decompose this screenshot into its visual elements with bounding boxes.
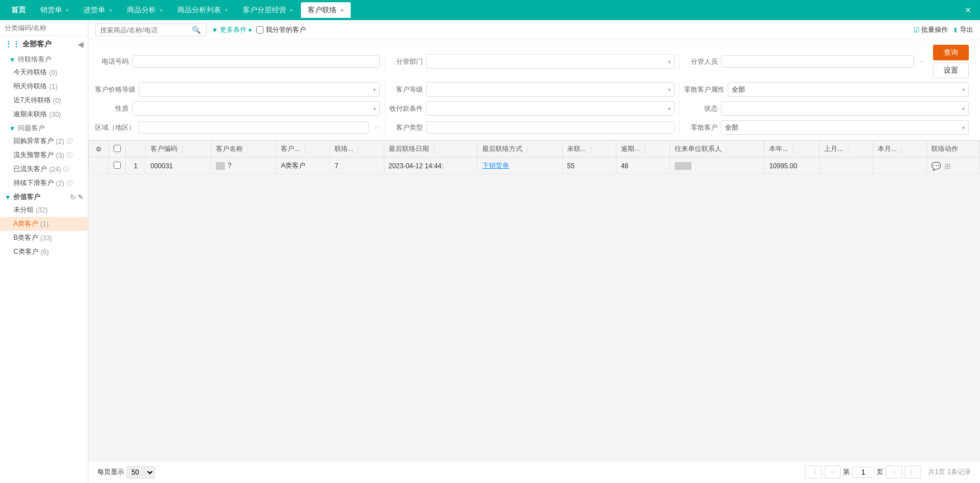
th-this-month[interactable]: 本月... ⋮	[873, 141, 927, 158]
filter-input-manager[interactable]	[721, 55, 914, 68]
sidebar-item-declining[interactable]: 持续下滑客户 (2) ⓘ	[0, 176, 88, 190]
sidebar-all-customers[interactable]: ⋮⋮ 全部客户 ◀	[0, 36, 88, 53]
region-dots-btn[interactable]: ···	[374, 124, 380, 131]
sidebar-search-input[interactable]	[4, 24, 88, 32]
page-size-select[interactable]: 50 100 200	[126, 466, 155, 479]
filter-select-payment[interactable]: ▾	[426, 101, 674, 116]
filter-row-1: 电话号码 分管部门 ▾ 分管人员 ··· 查询 设置	[95, 45, 973, 78]
nav-tab-customer-layer[interactable]: 客户分层经营 ×	[236, 2, 300, 18]
th-code-resize[interactable]: ⋮	[179, 145, 186, 153]
my-customers-checkbox-wrap[interactable]: 我分管的客户	[256, 25, 306, 35]
td-last-method[interactable]: 下销货单	[478, 158, 563, 174]
th-unit-contact-resize[interactable]: ⋮	[723, 145, 730, 153]
filter-input-phone[interactable]	[132, 55, 380, 68]
filter-select-customer-level[interactable]: ▾	[426, 82, 674, 97]
nav-tab-sales-close[interactable]: ×	[65, 7, 69, 13]
sidebar-item-churned[interactable]: 已流失客户 (24) ⓘ	[0, 162, 88, 176]
last-page-btn[interactable]: 》	[904, 466, 921, 479]
filter-select-status[interactable]: ▾	[721, 101, 969, 116]
sidebar-item-today-pending[interactable]: 今天待联络 (0)	[0, 65, 88, 79]
filter-input-customer-type[interactable]	[426, 121, 674, 134]
manager-dots-btn[interactable]: ···	[920, 58, 925, 65]
nav-tab-analysis-close[interactable]: ×	[159, 7, 163, 13]
th-check[interactable]	[109, 141, 126, 158]
total-info: 共1页 1条记录	[928, 467, 971, 477]
row-checkbox[interactable]	[114, 162, 121, 169]
page-input[interactable]	[852, 467, 874, 478]
th-this-year[interactable]: 本年... ⋮	[765, 141, 819, 158]
th-no-contact[interactable]: 未联... ⋮	[562, 141, 616, 158]
search-btn[interactable]: 查询	[933, 45, 969, 60]
nav-tab-customer-contact[interactable]: 客户联络 ×	[301, 2, 350, 18]
prev-page-btn[interactable]: ＜	[824, 466, 841, 479]
nav-tab-customer-contact-close[interactable]: ×	[340, 7, 343, 13]
next-page-btn[interactable]: ＞	[885, 466, 902, 479]
td-name[interactable]: ?	[211, 158, 276, 174]
first-page-btn[interactable]: 《	[805, 466, 822, 479]
filter-select-retail-attr[interactable]: 全部 ▾	[728, 82, 969, 97]
filter-more-btn[interactable]: ▼ 更多条件 ▾	[211, 25, 252, 35]
sidebar-item-b-class[interactable]: B类客户 (33)	[0, 231, 88, 245]
filter-search-input[interactable]	[100, 26, 190, 34]
td-code[interactable]: 000031	[146, 158, 211, 174]
sidebar-item-repurchase-abnormal[interactable]: 回购异常客户 (2) ⓘ	[0, 134, 88, 148]
nav-tab-analysis[interactable]: 商品分析 ×	[120, 2, 169, 18]
th-last-date-resize[interactable]: ⋮	[431, 145, 437, 153]
th-last-month[interactable]: 上月... ⋮	[819, 141, 873, 158]
th-unit-contact[interactable]: 往来单位联系人 ⋮	[670, 141, 765, 158]
qr-icon[interactable]: ⊞	[944, 162, 951, 171]
select-all-checkbox[interactable]	[114, 145, 121, 152]
th-last-month-resize[interactable]: ⋮	[845, 145, 851, 153]
filter-select-nature[interactable]: ▾	[132, 101, 380, 116]
nav-tab-sales[interactable]: 销货单 ×	[34, 2, 76, 18]
th-settings[interactable]: ⚙	[89, 141, 109, 158]
sidebar-item-tomorrow-pending[interactable]: 明天待联络 (1)	[0, 79, 88, 93]
th-contact-resize[interactable]: ⋮	[355, 145, 362, 153]
chat-icon[interactable]: 💬	[931, 162, 941, 171]
filter-select-retail[interactable]: 全部 ▾	[721, 120, 969, 135]
sidebar-item-overdue-contact[interactable]: 逾期未联络 (30)	[0, 107, 88, 121]
td-check[interactable]	[109, 158, 126, 174]
filter-select-dept[interactable]: ▾	[426, 54, 674, 69]
close-all-tabs[interactable]: ×	[960, 4, 976, 16]
value-group-refresh-icon[interactable]: ↻	[70, 193, 76, 201]
nav-tab-home[interactable]: 首页	[4, 2, 32, 18]
th-name[interactable]: 客户名称 ⋮	[211, 141, 276, 158]
th-this-year-resize[interactable]: ⋮	[790, 145, 797, 153]
export-btn[interactable]: ⬆ 导出	[953, 25, 973, 35]
filter-select-price-level[interactable]: ▾	[139, 82, 380, 97]
th-name-resize[interactable]: ⋮	[244, 145, 251, 153]
sidebar-item-7days-pending[interactable]: 近7天待联络 (0)	[0, 93, 88, 107]
nav-tab-purchase-close[interactable]: ×	[109, 7, 112, 13]
th-this-month-resize[interactable]: ⋮	[898, 145, 905, 153]
th-category[interactable]: 客户... ⋮	[276, 141, 330, 158]
sidebar-item-a-class[interactable]: A类客户 (1)	[0, 217, 88, 231]
nav-tab-analysis-list[interactable]: 商品分析列表 ×	[171, 2, 234, 18]
sidebar-collapse-btn[interactable]: ◀	[78, 40, 83, 49]
th-last-method-resize[interactable]: ⋮	[524, 145, 531, 153]
batch-op-btn[interactable]: ☑ 批量操作	[913, 25, 948, 35]
th-category-resize[interactable]: ⋮	[301, 145, 308, 153]
filter-search-icon[interactable]: 🔍	[192, 26, 201, 34]
sidebar-search-wrap: 🔍	[0, 20, 88, 36]
sidebar-item-c-class[interactable]: C类客户 (6)	[0, 245, 88, 259]
filter-input-region[interactable]	[139, 121, 369, 134]
th-last-method[interactable]: 最后联络方式 ⋮	[478, 141, 563, 158]
nav-tab-analysis-list-close[interactable]: ×	[224, 7, 228, 13]
nav-tab-purchase[interactable]: 进货单 ×	[77, 2, 119, 18]
settings-btn[interactable]: 设置	[933, 63, 969, 78]
value-group-edit-icon[interactable]: ✎	[78, 193, 83, 201]
settings-gear-icon[interactable]: ⚙	[96, 145, 102, 153]
th-overdue[interactable]: 逾期... ⋮	[616, 141, 670, 158]
my-customers-checkbox[interactable]	[256, 26, 263, 34]
sidebar-item-ungrouped[interactable]: 未分组 (32)	[0, 203, 88, 217]
th-overdue-resize[interactable]: ⋮	[642, 145, 648, 153]
th-last-date[interactable]: 最后联络日期 ⋮	[384, 141, 478, 158]
nav-tab-customer-layer-close[interactable]: ×	[290, 7, 293, 13]
sidebar-item-churn-warning[interactable]: 流失预警客户 (3) ⓘ	[0, 148, 88, 162]
th-code[interactable]: 客户编码 ⋮	[146, 141, 211, 158]
th-no-contact-resize[interactable]: ⋮	[588, 145, 595, 153]
table-scroll-wrap[interactable]: ⚙ 客户编码 ⋮	[88, 140, 980, 461]
filter-label-status: 状态	[684, 104, 718, 113]
th-contact[interactable]: 联络... ⋮	[330, 141, 384, 158]
